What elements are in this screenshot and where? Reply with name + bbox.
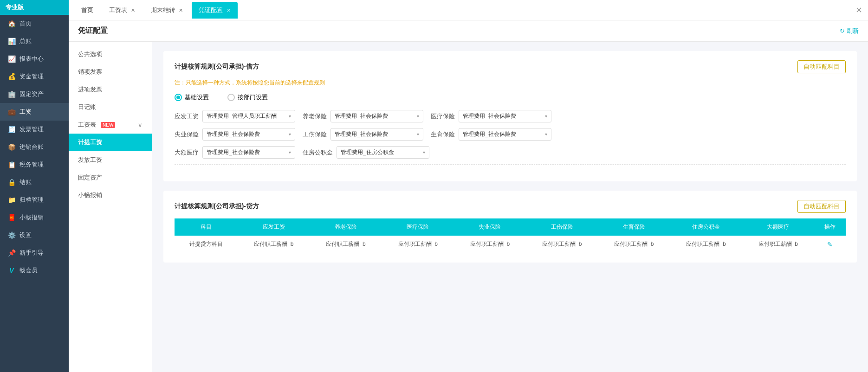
menu-item-journal[interactable]: 日记账 [69,98,152,116]
refresh-button[interactable]: ↻ 刷新 [840,27,859,35]
debit-auto-match-button[interactable]: 自动匹配科目 [797,60,846,73]
field-label-yingfa: 应发工资 [175,112,199,121]
funds-icon: 💰 [7,73,16,80]
tab-period-close[interactable]: 期末结转 ✕ [144,2,190,19]
menu-item-purchase-invoice[interactable]: 进项发票 [69,81,152,98]
field-select-yiliao[interactable]: 管理费用_社会保险费 ▾ [459,110,551,122]
left-menu: 公共选项 销项发票 进项发票 日记账 工资表 NEW ∨ 计提工资 发放工资 [69,42,152,372]
field-select-zhufang[interactable]: 管理费用_住房公积金 ▾ [337,146,429,159]
radio-dept-circle [227,94,235,101]
sidebar-item-close[interactable]: 🔒 结账 [0,173,69,191]
field-select-daela[interactable]: 管理费用_社会保险费 ▾ [202,146,295,159]
edit-icon[interactable]: ✎ [827,241,833,248]
home-icon: 🏠 [7,20,16,27]
menu-item-calc-salary[interactable]: 计提工资 [69,134,152,151]
sidebar-item-inventory[interactable]: 📦 进销台账 [0,138,69,156]
sidebar-item-guide[interactable]: 📌 新手引导 [0,244,69,262]
tab-home[interactable]: 首页 [74,2,100,19]
cell-yanglao: 应付职工薪酬_b [310,236,382,253]
radio-dept[interactable]: 按部门设置 [227,93,268,102]
menu-item-sales-invoice[interactable]: 销项发票 [69,63,152,81]
debit-notice: 注：只能选择一种方式，系统将按照您当前的选择来配置规则 [175,79,846,87]
menu-item-expense[interactable]: 小畅报销 [69,186,152,204]
sidebar-item-ledger[interactable]: 📊 总账 [0,32,69,50]
select-value-shiye: 管理费用_社会保险费 [207,130,260,138]
credit-auto-match-button[interactable]: 自动匹配科目 [797,200,846,213]
cell-gongshang: 应付职工薪酬_b [526,236,598,253]
sidebar-item-expense[interactable]: 🧧 小畅报销 [0,209,69,226]
col-daela: 大额医疗 [742,218,814,236]
right-content: 计提核算规则(公司承担)-借方 自动匹配科目 注：只能选择一种方式，系统将按照您… [152,42,868,372]
field-shengyu-baoxian: 生育保险 管理费用_社会保险费 ▾ [431,128,551,141]
menu-item-salary-table[interactable]: 工资表 NEW ∨ [69,116,152,134]
col-zhufang: 住房公积金 [670,218,742,236]
field-label-zhufang: 住房公积金 [303,148,333,157]
tab-voucher-config[interactable]: 凭证配置 ✕ [192,2,238,19]
sidebar-item-member[interactable]: V 畅会员 [0,262,69,279]
salary-icon: 💼 [7,108,16,115]
field-daela-yiliao: 大额医疗 管理费用_社会保险费 ▾ [175,146,295,159]
content-area: 公共选项 销项发票 进项发票 日记账 工资表 NEW ∨ 计提工资 发放工资 [69,42,868,372]
tab-voucher-config-close[interactable]: ✕ [227,7,231,13]
chevron-down-icon: ▾ [423,150,425,155]
col-yanglao: 养老保险 [310,218,382,236]
sidebar-item-tax[interactable]: 📋 税务管理 [0,156,69,173]
field-label-daela: 大额医疗 [175,148,199,157]
menu-item-public[interactable]: 公共选项 [69,45,152,63]
tab-bar: 首页 工资表 ✕ 期末结转 ✕ 凭证配置 ✕ ✕ [69,0,868,20]
col-action: 操作 [814,218,846,236]
radio-basic[interactable]: 基础设置 [175,93,209,102]
field-label-gongshang: 工伤保险 [303,130,327,139]
debit-section: 计提核算规则(公司承担)-借方 自动匹配科目 注：只能选择一种方式，系统将按照您… [163,51,857,181]
sidebar-item-assets[interactable]: 🏢 固定资产 [0,85,69,103]
tab-salary-table-close[interactable]: ✕ [131,7,135,13]
tab-voucher-config-label: 凭证配置 [199,6,223,14]
credit-section-header: 计提核算规则(公司承担)-贷方 自动匹配科目 [175,200,846,213]
cell-yiliao: 应付职工薪酬_b [382,236,454,253]
select-value-shengyu: 管理费用_社会保险费 [463,130,516,138]
sidebar-item-label: 发票管理 [19,125,44,134]
field-select-shiye[interactable]: 管理费用_社会保险费 ▾ [202,128,295,141]
refresh-label: 刷新 [847,27,859,35]
sidebar-item-label: 进销台账 [19,143,44,151]
tab-home-label: 首页 [81,6,93,14]
field-select-gongshang[interactable]: 管理费用_社会保险费 ▾ [330,128,423,141]
archive-icon: 📁 [7,196,16,204]
col-gongshang: 工伤保险 [526,218,598,236]
cell-action[interactable]: ✎ [814,236,846,253]
chevron-down-icon: ▾ [289,114,291,119]
field-label-shengyu: 生育保险 [431,130,455,139]
sidebar-item-invoice[interactable]: 🧾 发票管理 [0,121,69,138]
sidebar-item-home[interactable]: 🏠 首页 [0,15,69,32]
page-title: 凭证配置 [78,26,108,36]
sidebar-item-salary[interactable]: 💼 工资 [0,103,69,121]
page-header: 凭证配置 ↻ 刷新 [69,20,868,42]
chevron-down-icon: ▾ [545,132,547,137]
tab-salary-table[interactable]: 工资表 ✕ [102,2,142,19]
sidebar-item-funds[interactable]: 💰 资金管理 [0,68,69,85]
menu-item-pay-salary[interactable]: 发放工资 [69,151,152,169]
expand-icon: ∨ [138,122,143,128]
field-select-yanglao[interactable]: 管理费用_社会保险费 ▾ [330,110,423,122]
ledger-icon: 📊 [7,38,16,45]
select-value-yiliao: 管理费用_社会保险费 [463,112,516,120]
field-select-shengyu[interactable]: 管理费用_社会保险费 ▾ [459,128,551,141]
sidebar-item-settings[interactable]: ⚙️ 设置 [0,226,69,244]
sidebar-item-label: 小畅报销 [19,213,44,222]
sidebar-item-reports[interactable]: 📈 报表中心 [0,50,69,68]
menu-item-fixed-assets[interactable]: 固定资产 [69,169,152,186]
sidebar-item-label: 报表中心 [19,55,44,63]
sidebar: 专业版 🏠 首页 📊 总账 📈 报表中心 💰 资金管理 🏢 固定资产 💼 工资 … [0,0,69,372]
tab-period-close-close[interactable]: ✕ [179,7,183,13]
col-subject: 科目 [175,218,238,236]
col-shiye: 失业保险 [454,218,526,236]
field-select-yingfa[interactable]: 管理费用_管理人员职工薪酬 ▾ [202,110,295,122]
sidebar-item-archive[interactable]: 📁 归档管理 [0,191,69,209]
close-account-icon: 🔒 [7,179,16,186]
sidebar-item-label: 首页 [19,19,32,28]
field-label-yiliao: 医疗保险 [431,112,455,121]
sidebar-item-label: 设置 [19,231,32,239]
select-value-yingfa: 管理费用_管理人员职工薪酬 [207,112,277,120]
field-yiliao-baoxian: 医疗保险 管理费用_社会保险费 ▾ [431,110,551,122]
window-close-btn[interactable]: ✕ [855,5,862,15]
